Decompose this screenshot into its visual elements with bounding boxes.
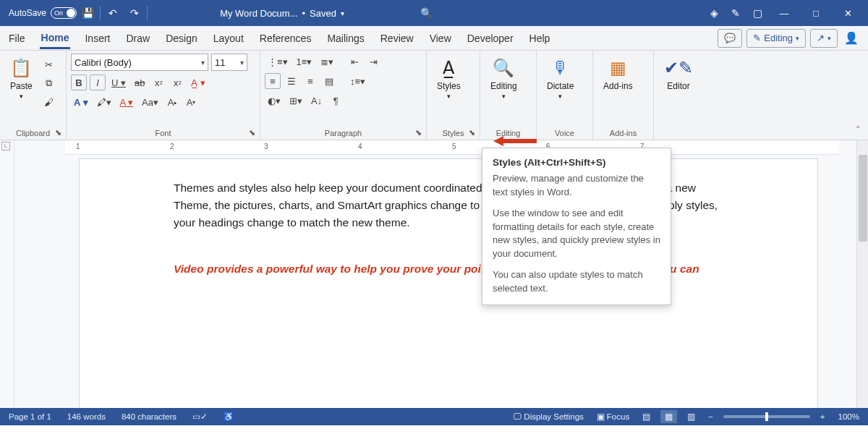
tab-help[interactable]: Help [528,28,552,48]
zoom-out-button[interactable]: − [705,411,716,422]
undo-icon[interactable]: ↶ [102,2,124,24]
tab-developer[interactable]: Developer [466,28,515,48]
editing-mode-button[interactable]: ✎ Editing ▾ [746,29,806,48]
chevron-down-icon[interactable]: ▾ [341,9,344,17]
editor-icon: ✔✎ [664,56,693,80]
zoom-slider[interactable] [723,415,810,418]
scrollbar-thumb[interactable] [859,155,867,242]
sort-button[interactable]: A↓ [308,93,325,109]
tab-file[interactable]: File [7,28,27,48]
zoom-level[interactable]: 100% [835,411,862,422]
document-page[interactable]: Themes and styles also help keep your do… [80,159,817,408]
align-right-button[interactable]: ≡ [302,73,318,89]
subscript-button[interactable]: x2 [150,75,166,90]
highlight-button[interactable]: 🖍▾ [94,94,114,110]
char-count[interactable]: 840 characters [119,411,179,422]
styles-tooltip: Styles (Alt+Ctrl+Shift+S) Preview, manag… [482,148,671,305]
styles-button[interactable]: A̲ Styles ▾ [431,54,467,127]
cut-icon[interactable]: ✂ [41,56,57,72]
tab-layout[interactable]: Layout [212,28,245,48]
tab-mailings[interactable]: Mailings [326,28,365,48]
borders-button[interactable]: ⊞▾ [286,93,305,109]
redo-icon[interactable]: ↷ [124,2,145,24]
addins-button[interactable]: ▦ Add-ins [597,54,639,127]
tab-design[interactable]: Design [164,28,199,48]
editor-button[interactable]: ✔✎ Editor [658,54,699,136]
tab-review[interactable]: Review [379,28,415,48]
close-button[interactable]: ✕ [832,0,864,26]
save-icon[interactable]: 💾 [77,2,98,24]
focus-mode[interactable]: ▣ Focus [594,410,632,423]
zoom-in-button[interactable]: + [817,411,828,422]
share-button[interactable]: ↗ ▾ [810,29,838,48]
comment-icon: 💬 [724,33,736,43]
read-mode-icon[interactable]: ▤ [639,410,653,423]
tab-references[interactable]: References [258,28,313,48]
account-icon[interactable]: 👤 [842,31,861,45]
copy-icon[interactable]: ⧉ [41,75,57,91]
align-center-button[interactable]: ☰ [284,73,299,89]
display-settings[interactable]: 🖵 Display Settings [510,411,586,422]
diamond-icon[interactable]: ◈ [703,2,725,24]
page-count[interactable]: Page 1 of 1 [6,411,54,422]
tab-insert[interactable]: Insert [83,28,111,48]
paragraph-group-label: Paragraph [325,129,362,137]
underline-button[interactable]: U ▾ [109,75,129,90]
clipboard-dialog-launcher[interactable]: ⬊ [53,128,63,138]
spellcheck-icon[interactable]: ▭✓ [190,410,210,423]
change-case-button[interactable]: Aa ▾ [139,94,161,110]
accessibility-icon[interactable]: ♿ [221,410,237,423]
print-layout-icon[interactable]: ▦ [660,410,677,423]
dictate-button[interactable]: 🎙 Dictate ▾ [541,54,579,127]
maximize-button[interactable]: □ [800,0,832,26]
superscript-button[interactable]: x2 [169,75,185,90]
editing-button[interactable]: 🔍 Editing ▾ [485,54,523,127]
vertical-ruler[interactable]: L [0,140,14,408]
tab-view[interactable]: View [428,28,453,48]
font-color-button[interactable]: A ▾ [117,94,137,110]
font-size-combo[interactable]: 11▾ [211,54,247,71]
brush-icon[interactable]: ✎ [725,2,746,24]
numbering-button[interactable]: 1≡▾ [294,54,315,69]
format-painter-icon[interactable]: 🖌 [41,94,57,110]
show-marks-button[interactable]: ¶ [328,93,344,109]
increase-indent-button[interactable]: ⇥ [365,54,381,69]
font-color-style-button[interactable]: A ▾ [71,94,91,110]
svg-marker-0 [493,136,537,146]
shading-button[interactable]: ◐▾ [265,93,284,109]
font-dialog-launcher[interactable]: ⬊ [247,128,257,138]
grow-font-button[interactable]: A▴ [164,94,180,110]
horizontal-ruler[interactable]: 1 2 3 4 5 6 7 [65,140,839,155]
minimize-button[interactable]: — [768,0,800,26]
styles-dialog-launcher[interactable]: ⬊ [467,128,477,138]
addins-icon: ▦ [610,56,626,80]
bold-button[interactable]: B [71,75,87,90]
chevron-down-icon: ▾ [796,35,799,42]
autosave-label: AutoSave [9,8,46,18]
vertical-scrollbar[interactable] [856,140,868,408]
bullets-button[interactable]: ⋮≡▾ [265,54,291,69]
justify-button[interactable]: ▤ [321,73,337,89]
align-left-button[interactable]: ≡ [265,73,281,89]
line-spacing-button[interactable]: ↕≡▾ [347,73,368,89]
window-icon[interactable]: ▢ [746,2,768,24]
autosave-toggle[interactable]: On [51,7,77,19]
web-layout-icon[interactable]: ▥ [684,410,698,423]
font-name-combo[interactable]: Calibri (Body)▾ [71,54,208,71]
tab-draw[interactable]: Draw [124,28,151,48]
collapse-ribbon-button[interactable]: ˄ [848,51,868,140]
shrink-font-button[interactable]: A▾ [183,94,199,110]
search-icon[interactable]: 🔍 [415,2,437,24]
ribbon: 📋 Paste ▾ ✂ ⧉ 🖌 Clipboard⬊ Calibri (Body… [0,51,868,140]
comments-button[interactable]: 💬 [718,29,742,48]
paste-button[interactable]: 📋 Paste ▾ [4,54,38,127]
multilevel-button[interactable]: ≣▾ [318,54,336,69]
word-count[interactable]: 146 words [64,411,109,422]
decrease-indent-button[interactable]: ⇤ [346,54,362,69]
document-title: My Word Docum... • Saved ▾ [149,8,415,19]
text-effects-button[interactable]: A̲ ▾ [188,75,208,90]
paragraph-dialog-launcher[interactable]: ⬊ [413,128,423,138]
tab-home[interactable]: Home [40,27,71,49]
strike-button[interactable]: ab [132,75,148,90]
italic-button[interactable]: I [90,75,106,90]
